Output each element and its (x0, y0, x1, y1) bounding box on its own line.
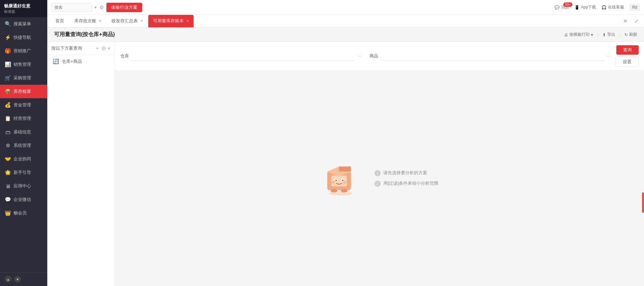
empty-step-2: 2 用[过滤]条件来缩小分析范围 (375, 180, 438, 187)
step1-num: 1 (375, 170, 381, 176)
tabs-end: ✕ ⤢ (621, 17, 641, 25)
topbar-gear-icon[interactable]: ⚙ (99, 4, 104, 10)
svg-point-8 (342, 180, 343, 181)
sidebar-item-base[interactable]: 🗃 基础信息 (0, 125, 47, 139)
trial-btn[interactable]: 体验行业方案 (106, 3, 142, 12)
sidebar-item-sales[interactable]: 📊 销售管理 (0, 58, 47, 71)
sidebar-item-cooperation[interactable]: 🤝 企业协同 (0, 152, 47, 166)
tab-close-available[interactable]: × (186, 19, 189, 23)
topbar-msg[interactable]: 💬 消息 99+ (555, 4, 569, 10)
query-results-area: 仓库 ··· 商品 ··· 查询 设置 (115, 42, 644, 286)
export-label: 导出 (607, 32, 615, 37)
step1-text: 请先选择要分析的方案 (383, 170, 427, 176)
step2-num: 2 (375, 181, 381, 187)
msg-badge: 99+ (563, 2, 572, 7)
right-edge-indicator (642, 192, 644, 213)
page-title: 可用量查询(按仓库+商品) (54, 31, 115, 38)
query-actions: 查询 设置 (616, 45, 639, 67)
topbar-chevron-icon[interactable]: ▾ (95, 5, 97, 10)
sidebar-label-finance: 资金管理 (14, 102, 31, 108)
app-name: 畅康通好生意 (4, 3, 43, 9)
print-btn[interactable]: 🖨 按模板打印 ▾ (564, 32, 593, 37)
filter-panel: 按以下方案查询 ＋ ◎ « 🔄 仓库+商品 (47, 42, 115, 286)
sidebar-icon-appcenter: 🖥 (5, 183, 11, 189)
topbar-search-input[interactable] (51, 3, 92, 12)
topbar-service[interactable]: 🎧 在线客服 (601, 4, 624, 10)
scroll-up-btn[interactable]: ▲ (5, 276, 11, 283)
empty-step-1: 1 请先选择要分析的方案 (375, 170, 438, 176)
filter-collapse-icon[interactable]: « (108, 45, 110, 51)
tab-close-batch[interactable]: × (99, 19, 101, 23)
sidebar-item-quicknav[interactable]: ⚡ 快捷导航 (0, 31, 47, 44)
warehouse-input[interactable] (132, 51, 355, 61)
sidebar-header: 畅康通好生意 标准版 (0, 0, 47, 17)
sidebar-footer: ▲ ▼ (0, 272, 47, 286)
sidebar-item-newbie[interactable]: 🌟 新手引导 (0, 166, 47, 179)
export-icon: ⬆ (602, 32, 606, 37)
sidebar-icon-finance: 💰 (5, 102, 11, 108)
tab-home[interactable]: 首页 (51, 15, 69, 27)
sidebar-icon-quicknav: ⚡ (5, 34, 11, 41)
sidebar-item-member[interactable]: 👑 畅会员 (0, 206, 47, 220)
filter-header-label: 按以下方案查询 (51, 45, 82, 51)
export-btn[interactable]: ⬆ 导出 (602, 32, 615, 37)
refresh-label: 刷新 (629, 32, 637, 37)
app-sub: 标准版 (4, 9, 43, 14)
sidebar-label-inventory: 库存核算 (14, 88, 31, 95)
sidebar-icon-sales: 📊 (5, 61, 11, 68)
tab-label-batch: 库存批次账 (74, 18, 96, 24)
scroll-down-btn[interactable]: ▼ (14, 276, 21, 283)
refresh-btn[interactable]: ↻ 刷新 (624, 32, 637, 37)
topbar: ▾ ⚙ 体验行业方案 💬 消息 99+ 📱 App下载 🎧 在线客服 Rit (47, 0, 644, 15)
query-btn[interactable]: 查询 (616, 45, 639, 55)
sidebar-label-business: 经营管理 (14, 115, 31, 122)
tab-batch[interactable]: 库存批次账× (70, 15, 106, 27)
topbar-app[interactable]: 📱 App下载 (574, 4, 596, 10)
sidebar-item-business[interactable]: 📋 经营管理 (0, 112, 47, 125)
expand-btn[interactable]: ⤢ (632, 17, 641, 25)
tabs-bar: 首页库存批次账×收发存汇总表×可用量库存账本× ✕ ⤢ (47, 15, 644, 28)
sidebar-item-purchase[interactable]: 🛒 采购管理 (0, 71, 47, 85)
svg-point-9 (332, 181, 335, 184)
sidebar-icon-system: ⚙ (5, 142, 11, 149)
app-icon: 📱 (574, 5, 579, 10)
sidebar-label-base: 基础信息 (14, 129, 31, 135)
tab-available[interactable]: 可用量库存账本× (148, 15, 194, 27)
filter-add-icon[interactable]: ＋ (95, 45, 100, 51)
sidebar-item-inventory[interactable]: 📦 库存核算 (0, 85, 47, 98)
sidebar-item-search[interactable]: 🔍 搜索菜单 (0, 17, 47, 31)
sidebar-icon-cooperation: 🤝 (5, 156, 11, 162)
sidebar-item-system[interactable]: ⚙ 系统管理 (0, 139, 47, 152)
print-chevron-icon: ▾ (591, 32, 593, 37)
svg-point-12 (341, 189, 347, 192)
sidebar-icon-marketing: 🎁 (5, 48, 11, 54)
print-label: 按模板打印 (569, 32, 590, 37)
sidebar-icon-business: 📋 (5, 115, 11, 122)
header-actions: 🖨 按模板打印 ▾ | ⬆ 导出 | ↻ 刷新 (564, 32, 637, 37)
filter-settings-icon[interactable]: ◎ (102, 45, 106, 51)
sidebar-label-purchase: 采购管理 (14, 75, 31, 81)
topbar-user[interactable]: Rit (629, 4, 640, 11)
sidebar-item-finance[interactable]: 💰 资金管理 (0, 98, 47, 112)
print-icon: 🖨 (564, 32, 568, 37)
sidebar-item-appcenter[interactable]: 🖥 应用中心 (0, 179, 47, 193)
close-all-btn[interactable]: ✕ (621, 17, 629, 25)
sidebar-icon-base: 🗃 (5, 129, 11, 135)
sidebar-item-marketing[interactable]: 🎁 营销推广 (0, 44, 47, 58)
tab-label-home: 首页 (55, 18, 64, 24)
sidebar-label-newbie: 新手引导 (14, 170, 31, 176)
query-row: 仓库 ··· 商品 ··· 查询 设置 (115, 42, 644, 71)
tab-close-summary[interactable]: × (140, 19, 143, 23)
filter-header-icons: ＋ ◎ « (95, 45, 110, 51)
warehouse-more-icon[interactable]: ··· (358, 54, 361, 58)
goods-input[interactable] (381, 51, 604, 61)
empty-illustration (320, 158, 361, 199)
tab-label-summary: 收发存汇总表 (111, 18, 138, 24)
sidebar-item-wxwork[interactable]: 💬 企业微信 (0, 193, 47, 206)
goods-more-icon[interactable]: ··· (607, 54, 610, 58)
msg-icon: 💬 (555, 5, 560, 10)
tab-summary[interactable]: 收发存汇总表× (107, 15, 148, 27)
settings-btn[interactable]: 设置 (616, 57, 639, 67)
filter-item-warehouse-goods[interactable]: 🔄 仓库+商品 (47, 55, 114, 68)
content-body: 按以下方案查询 ＋ ◎ « 🔄 仓库+商品 仓库 ··· (47, 42, 644, 286)
